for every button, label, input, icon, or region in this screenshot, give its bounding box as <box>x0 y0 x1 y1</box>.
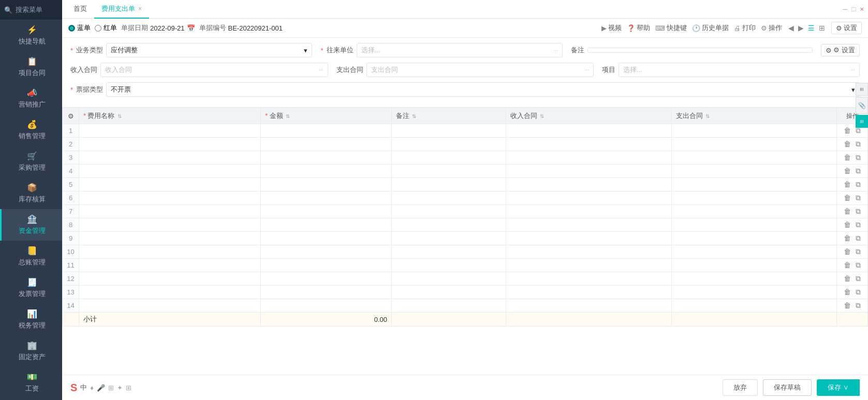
row-14-income-contract[interactable] <box>506 299 671 313</box>
right-tab-2[interactable]: 📎 <box>856 97 868 114</box>
sidebar-item-sales[interactable]: 💰 销售管理 <box>0 114 62 146</box>
table-settings-icon[interactable]: ⚙ <box>68 112 74 120</box>
sidebar-item-marketing[interactable]: 📣 营销推广 <box>0 83 62 114</box>
row-8-delete-icon[interactable]: 🗑 <box>844 220 851 229</box>
row-4-expense-contract[interactable] <box>671 165 836 178</box>
row-12-expense-name[interactable] <box>79 272 261 286</box>
row-13-expense-name[interactable] <box>79 286 261 299</box>
row-9-remark[interactable] <box>392 232 506 245</box>
row-10-income-contract[interactable] <box>506 245 671 259</box>
row-12-delete-icon[interactable]: 🗑 <box>844 274 851 283</box>
row-11-expense-contract[interactable] <box>671 259 836 272</box>
row-9-expense-name[interactable] <box>79 232 261 245</box>
footer-zh-icon[interactable]: 中 <box>80 383 87 392</box>
right-tab-3[interactable]: ≡ <box>856 115 868 128</box>
row-8-amount[interactable] <box>261 218 392 232</box>
row-1-amount[interactable] <box>261 124 392 138</box>
row-4-copy-icon[interactable]: ⧉ <box>856 167 861 175</box>
shortcut-btn[interactable]: ⌨快捷键 <box>655 23 687 33</box>
footer-star-icon[interactable]: ✦ <box>117 384 123 392</box>
row-4-amount[interactable] <box>261 165 392 178</box>
row-10-delete-icon[interactable]: 🗑 <box>844 247 851 256</box>
row-9-copy-icon[interactable]: ⧉ <box>856 234 861 242</box>
row-5-amount[interactable] <box>261 178 392 191</box>
footer-apps-icon[interactable]: ⊞ <box>126 384 131 392</box>
row-3-delete-icon[interactable]: 🗑 <box>844 153 851 161</box>
row-4-remark[interactable] <box>392 165 506 178</box>
row-8-income-contract[interactable] <box>506 218 671 232</box>
row-4-delete-icon[interactable]: 🗑 <box>844 167 851 175</box>
minimize-button[interactable]: ─ <box>843 5 847 13</box>
row-2-expense-contract[interactable] <box>671 138 836 151</box>
remark-input[interactable] <box>587 48 813 53</box>
help-btn[interactable]: ❓帮助 <box>627 23 650 33</box>
actions-btn[interactable]: ⚙操作 <box>761 23 782 33</box>
row-8-expense-name[interactable] <box>79 218 261 232</box>
row-2-amount[interactable] <box>261 138 392 151</box>
sort-income[interactable]: ⇅ <box>540 113 544 119</box>
row-3-remark[interactable] <box>392 151 506 165</box>
income-contract-input[interactable]: 收入合同 ··· <box>100 63 328 77</box>
row-11-amount[interactable] <box>261 259 392 272</box>
row-9-income-contract[interactable] <box>506 232 671 245</box>
footer-diamond-icon[interactable]: ♦ <box>90 384 94 392</box>
row-10-amount[interactable] <box>261 245 392 259</box>
row-14-amount[interactable] <box>261 299 392 313</box>
row-1-delete-icon[interactable]: 🗑 <box>844 126 851 135</box>
invoice-type-select[interactable]: 不开票 ▾ <box>106 82 860 97</box>
row-4-expense-name[interactable] <box>79 165 261 178</box>
tab-close-icon[interactable]: × <box>138 5 142 12</box>
sort-amount[interactable]: ⇅ <box>286 113 290 119</box>
row-1-expense-name[interactable] <box>79 124 261 138</box>
docnum-value[interactable]: BE-20220921-001 <box>228 24 283 32</box>
row-7-amount[interactable] <box>261 205 392 218</box>
row-5-copy-icon[interactable]: ⧉ <box>856 180 861 188</box>
sidebar-item-capital[interactable]: 🏦 资金管理 <box>0 209 62 241</box>
row-5-income-contract[interactable] <box>506 178 671 191</box>
row-7-expense-contract[interactable] <box>671 205 836 218</box>
row-2-delete-icon[interactable]: 🗑 <box>844 140 851 148</box>
row-10-expense-name[interactable] <box>79 245 261 259</box>
row-12-income-contract[interactable] <box>506 272 671 286</box>
row-6-delete-icon[interactable]: 🗑 <box>844 194 851 202</box>
row-11-expense-name[interactable] <box>79 259 261 272</box>
row-13-amount[interactable] <box>261 286 392 299</box>
sort-remark[interactable]: ⇅ <box>412 113 416 119</box>
row-2-remark[interactable] <box>392 138 506 151</box>
sidebar-item-fixed-assets[interactable]: 🏢 固定资产 <box>0 335 62 367</box>
row-14-copy-icon[interactable]: ⧉ <box>856 301 861 309</box>
row-5-expense-contract[interactable] <box>671 178 836 191</box>
form-set-button[interactable]: ⚙ ⚙ 设置 <box>821 44 860 56</box>
row-10-expense-contract[interactable] <box>671 245 836 259</box>
row-6-expense-name[interactable] <box>79 191 261 205</box>
row-1-income-contract[interactable] <box>506 124 671 138</box>
row-6-copy-icon[interactable]: ⧉ <box>856 194 861 202</box>
row-13-income-contract[interactable] <box>506 286 671 299</box>
sidebar-item-quick-nav[interactable]: ⚡ 快捷导航 <box>0 20 62 51</box>
row-7-income-contract[interactable] <box>506 205 671 218</box>
row-9-expense-contract[interactable] <box>671 232 836 245</box>
footer-mic-icon[interactable]: 🎤 <box>97 384 105 392</box>
row-7-delete-icon[interactable]: 🗑 <box>844 207 851 215</box>
row-13-copy-icon[interactable]: ⧉ <box>856 288 861 296</box>
row-1-remark[interactable] <box>392 124 506 138</box>
row-10-remark[interactable] <box>392 245 506 259</box>
sidebar-search[interactable]: 🔍 搜索菜单 <box>0 0 62 20</box>
row-3-copy-icon[interactable]: ⧉ <box>856 153 861 161</box>
row-8-remark[interactable] <box>392 218 506 232</box>
grid-grid-icon[interactable]: ⊞ <box>818 23 826 33</box>
row-11-copy-icon[interactable]: ⧉ <box>856 261 861 269</box>
row-13-delete-icon[interactable]: 🗑 <box>844 288 851 296</box>
sidebar-item-tax[interactable]: 📊 税务管理 <box>0 304 62 335</box>
row-14-expense-contract[interactable] <box>671 299 836 313</box>
row-11-remark[interactable] <box>392 259 506 272</box>
grid-list-icon[interactable]: ☰ <box>807 23 816 33</box>
row-6-amount[interactable] <box>261 191 392 205</box>
row-7-expense-name[interactable] <box>79 205 261 218</box>
row-3-amount[interactable] <box>261 151 392 165</box>
print-btn[interactable]: 🖨打印 <box>734 23 756 33</box>
row-3-income-contract[interactable] <box>506 151 671 165</box>
row-14-expense-name[interactable] <box>79 299 261 313</box>
row-6-income-contract[interactable] <box>506 191 671 205</box>
radio-blue[interactable]: 蓝单 <box>68 23 91 33</box>
